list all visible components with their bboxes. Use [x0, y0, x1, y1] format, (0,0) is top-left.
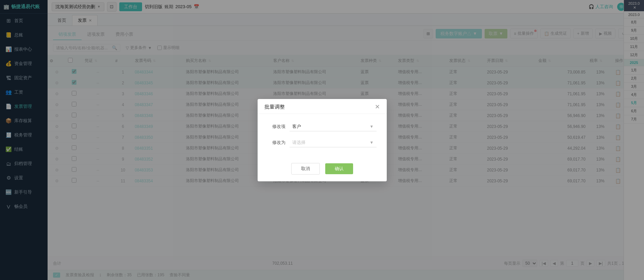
field-select-arrow-icon: ▼ [370, 124, 374, 129]
modal-close-button[interactable]: ✕ [375, 104, 380, 110]
modify-field-label: 修改项 [268, 123, 285, 130]
modify-to-label: 修改为 [268, 139, 285, 146]
modify-field-value: 客户 [292, 123, 301, 130]
modify-to-placeholder: 请选择 [292, 139, 306, 146]
to-select-arrow-icon: ▼ [370, 140, 374, 145]
modify-to-row: 修改为 请选择 ▼ [268, 138, 377, 147]
modify-field-row: 修改项 客户 ▼ [268, 122, 377, 131]
modal-title: 批量调整 [264, 104, 285, 110]
modify-to-select[interactable]: 请选择 ▼ [290, 138, 377, 147]
modal-footer: 取消 确认 [258, 160, 387, 181]
modal-overlay: 批量调整 ✕ 修改项 客户 ▼ 修改为 请选择 ▼ 取消 确认 [0, 0, 644, 280]
modify-field-select[interactable]: 客户 ▼ [290, 122, 377, 131]
batch-adjust-modal: 批量调整 ✕ 修改项 客户 ▼ 修改为 请选择 ▼ 取消 确认 [258, 99, 387, 181]
modal-header: 批量调整 ✕ [258, 99, 387, 114]
modal-body: 修改项 客户 ▼ 修改为 请选择 ▼ [258, 114, 387, 160]
cancel-button[interactable]: 取消 [291, 163, 320, 175]
confirm-button[interactable]: 确认 [325, 163, 353, 174]
